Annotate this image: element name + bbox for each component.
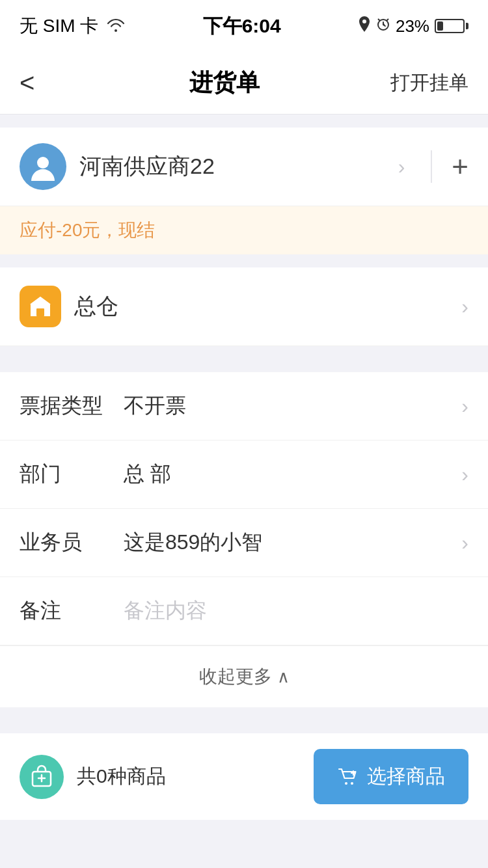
supplier-row[interactable]: 河南供应商22 › + xyxy=(0,128,488,206)
background-fill xyxy=(0,820,488,868)
invoice-type-row[interactable]: 票据类型 不开票 › xyxy=(0,372,488,441)
notice-banner: 应付-20元，现结 xyxy=(0,206,488,254)
status-time: 下午6:04 xyxy=(203,13,281,40)
alarm-icon xyxy=(376,16,390,36)
cart-add-icon xyxy=(337,766,359,788)
warehouse-name: 总仓 xyxy=(74,292,461,321)
select-goods-button[interactable]: 选择商品 xyxy=(314,749,468,804)
collapse-arrow-icon: ∧ xyxy=(277,667,290,687)
remark-placeholder: 备注内容 xyxy=(124,597,468,625)
salesperson-value: 这是859的小智 xyxy=(124,528,461,557)
wifi-icon xyxy=(106,16,126,36)
product-count-label: 共0种商品 xyxy=(77,763,314,790)
svg-rect-2 xyxy=(36,308,44,316)
collapse-row[interactable]: 收起更多 ∧ xyxy=(0,645,488,707)
invoice-type-chevron-icon: › xyxy=(461,394,468,418)
salesperson-row[interactable]: 业务员 这是859的小智 › xyxy=(0,509,488,577)
status-left: 无 SIM 卡 xyxy=(20,14,126,38)
remark-row[interactable]: 备注 备注内容 xyxy=(0,577,488,645)
add-supplier-button[interactable]: + xyxy=(452,150,468,183)
back-button[interactable]: < xyxy=(20,68,59,98)
warehouse-section: 总仓 › xyxy=(0,267,488,346)
location-icon xyxy=(358,16,371,36)
collapse-label: 收起更多 xyxy=(199,664,272,689)
department-value: 总 部 xyxy=(124,460,461,489)
supplier-avatar xyxy=(20,143,66,190)
salesperson-label: 业务员 xyxy=(20,528,124,557)
department-row[interactable]: 部门 总 部 › xyxy=(0,441,488,509)
battery-percentage: 23% xyxy=(396,16,429,36)
select-goods-label: 选择商品 xyxy=(367,763,445,790)
svg-point-5 xyxy=(351,782,353,785)
svg-point-4 xyxy=(345,782,347,785)
remark-label: 备注 xyxy=(20,597,124,625)
warehouse-icon-wrap xyxy=(20,286,61,327)
status-bar: 无 SIM 卡 下午6:04 23% xyxy=(0,0,488,52)
open-pending-button[interactable]: 打开挂单 xyxy=(390,70,468,96)
section-gap-2 xyxy=(0,254,488,267)
supplier-section: 河南供应商22 › + 应付-20元，现结 xyxy=(0,128,488,254)
carrier-label: 无 SIM 卡 xyxy=(20,14,98,38)
invoice-type-value: 不开票 xyxy=(124,392,461,420)
form-section: 票据类型 不开票 › 部门 总 部 › 业务员 这是859的小智 › 备注 备注… xyxy=(0,372,488,707)
svg-point-1 xyxy=(37,157,49,169)
section-gap-4 xyxy=(0,707,488,720)
battery-icon xyxy=(435,19,468,33)
warehouse-row[interactable]: 总仓 › xyxy=(0,267,488,346)
invoice-type-label: 票据类型 xyxy=(20,392,124,420)
notice-text: 应付-20元，现结 xyxy=(20,220,155,240)
supplier-divider xyxy=(431,150,432,183)
nav-bar: < 进货单 打开挂单 xyxy=(0,52,488,115)
section-gap-1 xyxy=(0,115,488,128)
salesperson-chevron-icon: › xyxy=(461,531,468,555)
supplier-chevron-icon: › xyxy=(398,155,405,179)
page-title: 进货单 xyxy=(189,67,260,99)
warehouse-chevron-icon: › xyxy=(461,295,468,319)
product-icon-wrap xyxy=(20,755,64,799)
department-label: 部门 xyxy=(20,460,124,489)
bottom-bar: 共0种商品 选择商品 xyxy=(0,733,488,820)
section-gap-3 xyxy=(0,346,488,359)
status-right: 23% xyxy=(358,16,468,36)
department-chevron-icon: › xyxy=(461,463,468,487)
supplier-name: 河南供应商22 xyxy=(79,152,398,182)
